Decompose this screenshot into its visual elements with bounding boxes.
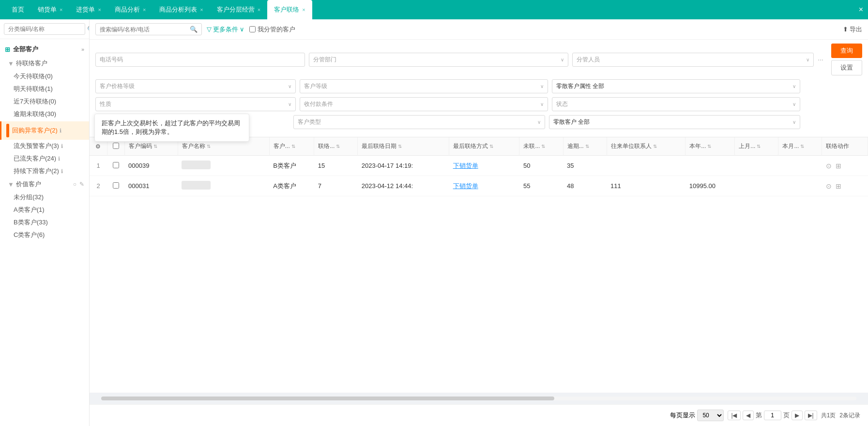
chevron-nature: ∨ bbox=[288, 102, 291, 107]
row1-code: 000039 bbox=[124, 156, 178, 176]
sort-lastdate[interactable]: ⇅ bbox=[398, 144, 402, 149]
filter-payment[interactable]: 收付款条件 ∨ bbox=[300, 97, 548, 111]
filter-scatter-customer[interactable]: 零散客户 全部 ∨ bbox=[549, 115, 800, 129]
filter-row-2: 客户价格等级 ∨ 客户等级 ∨ 零散客户属性 全部 ∨ bbox=[95, 79, 862, 93]
first-page-btn[interactable]: |◀ bbox=[728, 411, 740, 420]
row1-thisyear bbox=[685, 156, 735, 176]
page-info: 第 页 bbox=[756, 411, 790, 420]
row2-last-method[interactable]: 下销货单 bbox=[449, 176, 519, 196]
nav-close-sales[interactable]: × bbox=[60, 7, 62, 13]
toolbar: 🔍 ▽ 更多条件 ∨ 我分管的客户 ⬆ 导出 bbox=[90, 19, 868, 40]
sort-type[interactable]: ⇅ bbox=[291, 144, 295, 149]
chevron-type: ∨ bbox=[537, 119, 541, 125]
edit2-icon-value[interactable]: ✎ bbox=[79, 181, 84, 188]
sort-lastmethod[interactable]: ⇅ bbox=[489, 144, 493, 149]
filter-phone[interactable]: 电话号码 bbox=[95, 53, 305, 67]
search-icon[interactable]: 🔍 bbox=[190, 26, 198, 33]
nav-purchase[interactable]: 进货单 × bbox=[69, 0, 107, 19]
row2-grid-icon[interactable]: ⊞ bbox=[836, 182, 841, 190]
info-icon-already-lost[interactable]: ℹ bbox=[58, 156, 60, 162]
nav-sales[interactable]: 销货单 × bbox=[31, 0, 69, 19]
select-all-checkbox[interactable] bbox=[113, 143, 119, 149]
col-thismonth: 本月...⇅ bbox=[778, 137, 822, 156]
sort-name[interactable]: ⇅ bbox=[207, 144, 211, 149]
filter-price-level[interactable]: 客户价格等级 ∨ bbox=[95, 79, 296, 93]
sidebar-7days[interactable]: 近7天待联络(0) bbox=[0, 95, 89, 108]
filter-dept[interactable]: 分管部门 ∨ bbox=[309, 53, 569, 67]
horizontal-scrollbar[interactable] bbox=[101, 397, 856, 400]
info-icon-declining[interactable]: ℹ bbox=[61, 168, 63, 175]
window-close-button[interactable]: × bbox=[859, 5, 863, 14]
sidebar-collapse-btn[interactable]: » bbox=[81, 46, 84, 52]
sidebar-declining[interactable]: 持续下滑客户(2) ℹ bbox=[0, 165, 89, 177]
nav-close-purchase[interactable]: × bbox=[98, 7, 101, 13]
export-icon: ⬆ bbox=[843, 26, 848, 33]
row1-select[interactable] bbox=[113, 162, 119, 168]
sidebar-overdue[interactable]: 逾期未联络(30) bbox=[0, 108, 89, 120]
nav-close-customer-contact[interactable]: × bbox=[302, 7, 305, 13]
per-page-select[interactable]: 10 20 50 100 bbox=[697, 410, 724, 421]
my-customers-check[interactable] bbox=[249, 26, 256, 32]
my-customers-checkbox[interactable]: 我分管的客户 bbox=[249, 25, 295, 34]
sort-lastmonth[interactable]: ⇅ bbox=[757, 144, 761, 149]
sidebar-repurchase-abnormal[interactable]: 回购异常客户(2) ℹ bbox=[0, 121, 89, 140]
nav-customer-tier[interactable]: 客户分层经营 × bbox=[210, 0, 267, 19]
sort-unlink[interactable]: ⇅ bbox=[541, 144, 545, 149]
sort-code[interactable]: ⇅ bbox=[153, 144, 157, 149]
row2-select[interactable] bbox=[113, 182, 119, 189]
info-icon-lost[interactable]: ℹ bbox=[61, 143, 63, 149]
col-contact: 联络...⇅ bbox=[314, 137, 358, 156]
row1-last-method[interactable]: 下销货单 bbox=[449, 156, 519, 176]
sidebar-already-lost[interactable]: 已流失客户(24) ℹ bbox=[0, 152, 89, 165]
sort-thismonth[interactable]: ⇅ bbox=[800, 144, 804, 149]
sidebar-value-title[interactable]: ▼ 价值客户 ○ ✎ bbox=[0, 177, 89, 191]
sidebar-aclass[interactable]: A类客户(1) bbox=[0, 204, 89, 216]
col-unlinkdays: 未联...⇅ bbox=[519, 137, 563, 156]
sidebar-cclass[interactable]: C类客户(6) bbox=[0, 229, 89, 241]
filter-person-dots[interactable]: ··· bbox=[818, 56, 823, 63]
info-icon-repurchase[interactable]: ℹ bbox=[60, 128, 61, 134]
last-page-btn[interactable]: ▶| bbox=[805, 411, 817, 420]
sidebar-lost-warning[interactable]: 流失预警客户(3) ℹ bbox=[0, 140, 89, 152]
sidebar-bclass[interactable]: B类客户(33) bbox=[0, 216, 89, 229]
sort-overdue[interactable]: ⇅ bbox=[585, 144, 589, 149]
sidebar-search-input[interactable] bbox=[4, 23, 85, 35]
nav-close-customer-tier[interactable]: × bbox=[258, 7, 260, 13]
edit-icon-value[interactable]: ○ bbox=[73, 181, 76, 188]
row1-link-icon[interactable]: ⊙ bbox=[826, 162, 832, 170]
filter-status[interactable]: 状态 ∨ bbox=[552, 97, 800, 111]
sidebar-tomorrow[interactable]: 明天待联络(1) bbox=[0, 83, 89, 95]
row2-link-icon[interactable]: ⊙ bbox=[826, 182, 832, 190]
nav-customer-contact[interactable]: 客户联络 × bbox=[267, 0, 312, 19]
row1-last-date: 2023-04-17 14:19: bbox=[358, 156, 449, 176]
filter-customer-level[interactable]: 客户等级 ∨ bbox=[300, 79, 548, 93]
nav-close-product-analysis[interactable]: × bbox=[143, 7, 146, 13]
row1-grid-icon[interactable]: ⊞ bbox=[836, 162, 841, 170]
next-page-btn[interactable]: ▶ bbox=[792, 411, 803, 420]
nav-product-list[interactable]: 商品分析列表 × bbox=[152, 0, 210, 19]
filter-customer-type[interactable]: 客户类型 ∨ bbox=[293, 115, 545, 129]
col-contacts-person: 往来单位联系人⇅ bbox=[607, 137, 685, 156]
sidebar-today[interactable]: 今天待联络(0) bbox=[0, 70, 89, 83]
nav-home[interactable]: 首页 bbox=[5, 0, 31, 19]
nav-close-product-list[interactable]: × bbox=[200, 7, 203, 13]
page-input[interactable] bbox=[764, 411, 781, 420]
nav-product-analysis[interactable]: 商品分析 × bbox=[108, 0, 152, 19]
search-input[interactable] bbox=[100, 26, 188, 33]
sort-contact[interactable]: ⇅ bbox=[336, 144, 340, 149]
prev-page-btn[interactable]: ◀ bbox=[743, 411, 754, 420]
filter-actions: 查询 设置 bbox=[831, 44, 862, 75]
settings-button[interactable]: 设置 bbox=[831, 60, 862, 75]
filter-nature[interactable]: 性质 ∨ bbox=[95, 97, 296, 111]
filter-person[interactable]: 分管人员 ∨ bbox=[572, 53, 814, 67]
sidebar-all-customers[interactable]: ⊞ 全部客户 » bbox=[0, 42, 89, 57]
filter-scatter-attr[interactable]: 零散客户属性 全部 ∨ bbox=[552, 79, 800, 93]
sort-contacts[interactable]: ⇅ bbox=[653, 144, 657, 149]
export-btn[interactable]: ⬆ 导出 bbox=[843, 25, 862, 34]
query-button[interactable]: 查询 bbox=[831, 44, 862, 58]
sort-thisyear[interactable]: ⇅ bbox=[707, 144, 711, 149]
row2-code: 000031 bbox=[124, 176, 178, 196]
sidebar-pending-title[interactable]: ▼ 待联络客户 bbox=[0, 57, 89, 70]
sidebar-ungrouped[interactable]: 未分组(32) bbox=[0, 191, 89, 204]
more-filters-btn[interactable]: ▽ 更多条件 ∨ bbox=[207, 25, 244, 34]
